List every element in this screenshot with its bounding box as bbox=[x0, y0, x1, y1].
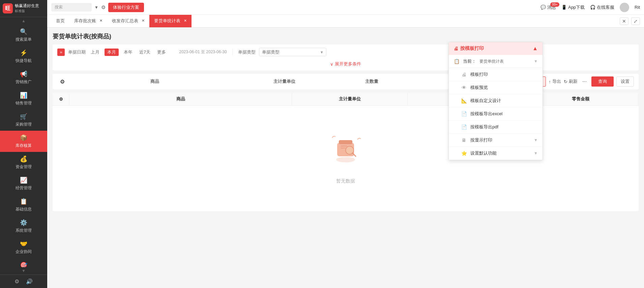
refresh-button[interactable]: ↻ 刷新 bbox=[564, 78, 578, 85]
inventory-icon: 📦 bbox=[20, 134, 27, 141]
expand-more-button[interactable]: ∨ 展开更多条件 bbox=[330, 61, 361, 67]
topbar-right: 💬 消息 99+ 📱 App下载 🎧 在线客服 Rit bbox=[540, 3, 640, 12]
print-dropdown-default-func[interactable]: ⭐ 设置默认功能 ▼ bbox=[449, 147, 543, 160]
app-download-button[interactable]: 📱 App下载 bbox=[561, 4, 585, 10]
sidebar-item-sales[interactable]: 📊 销售管理 bbox=[0, 88, 47, 109]
sidebar-sound-btn[interactable]: 🔊 bbox=[26, 278, 33, 285]
page-title: 要货单统计表(按商品) bbox=[53, 32, 639, 40]
tabs-expand-button[interactable]: ⤢ bbox=[631, 18, 640, 25]
settings-button[interactable]: 设置 bbox=[616, 76, 634, 87]
export-pdf-icon: 📄 bbox=[461, 124, 467, 130]
user-avatar[interactable] bbox=[620, 3, 629, 12]
sidebar-item-finance[interactable]: 💰 资金管理 bbox=[0, 152, 47, 173]
messages-button[interactable]: 💬 消息 99+ bbox=[540, 4, 556, 10]
sidebar-item-marketing[interactable]: 📢 营销推广 bbox=[0, 67, 47, 88]
topbar-search-placeholder: 搜索 bbox=[51, 3, 92, 11]
sidebar-item-guide[interactable]: 🎯 新手引导 bbox=[0, 258, 47, 267]
toolbar-expand-button[interactable]: » bbox=[57, 49, 65, 56]
toolbar-separator bbox=[232, 49, 233, 56]
username-label[interactable]: Rit bbox=[635, 5, 640, 10]
expand-more-icon: ∨ bbox=[330, 62, 333, 67]
type-select[interactable]: 单据类型 bbox=[259, 48, 326, 56]
sidebar-item-search[interactable]: 🔍 搜索菜单 bbox=[0, 25, 47, 46]
sidebar-item-system[interactable]: ⚙️ 系统管理 bbox=[0, 216, 47, 237]
tab-receipts-summary[interactable]: 收发存汇总表 ✕ bbox=[107, 15, 149, 27]
sidebar-menu: 🔍 搜索菜单 ⚡ 快捷导航 📢 营销推广 📊 销售管理 🛒 采购管理 📦 库存核… bbox=[0, 25, 47, 267]
print-dropdown-template-custom[interactable]: 📐 模板自定义设计 bbox=[449, 94, 543, 107]
export-icon: ↑ bbox=[549, 79, 551, 84]
online-service-button[interactable]: 🎧 在线客服 bbox=[590, 4, 614, 10]
date-btn-custom[interactable] bbox=[171, 52, 174, 53]
svg-rect-6 bbox=[341, 148, 345, 149]
type-select-wrapper: 单据类型 ▼ bbox=[259, 48, 326, 56]
print-dropdown-export-excel[interactable]: 📄 按模板导出excel bbox=[449, 107, 543, 121]
print-dropdown-export-pdf[interactable]: 📄 按模板导出pdf bbox=[449, 121, 543, 134]
guide-icon: 🎯 bbox=[20, 261, 27, 267]
quick-nav-icon: ⚡ bbox=[20, 49, 27, 57]
message-badge: 99+ bbox=[550, 2, 559, 7]
template-preview-icon: 👁 bbox=[461, 85, 467, 90]
print-dropdown-template-preview[interactable]: 👁 模板预览 bbox=[449, 81, 543, 94]
template-print-icon: 🖨 bbox=[461, 72, 467, 77]
date-btn-this-year[interactable]: 本年 bbox=[122, 49, 134, 56]
sidebar-item-purchase[interactable]: 🛒 采购管理 bbox=[0, 109, 47, 131]
svg-point-0 bbox=[336, 157, 355, 162]
trial-button[interactable]: 体验行业方案 bbox=[108, 3, 144, 12]
sidebar-item-inventory[interactable]: 📦 库存核算 bbox=[0, 131, 47, 152]
date-btn-last-month[interactable]: 上月 bbox=[89, 49, 101, 56]
date-range-display: 2023-06-01 至 2023-06-30 bbox=[179, 49, 227, 55]
logo-icon: 旺 bbox=[3, 3, 13, 13]
sidebar-item-operation[interactable]: 📈 经营管理 bbox=[0, 173, 47, 194]
action-bar: ⚙ 商品 主计量单位 主数量 零售金额 🖨 按模板打印 ▲ ↑ 导出 ↻ 刷新 bbox=[53, 74, 639, 89]
refresh-icon: ↻ bbox=[564, 79, 567, 84]
sidebar-scroll-up[interactable]: ▲ bbox=[0, 17, 47, 25]
date-btn-7days[interactable]: 近7天 bbox=[138, 49, 152, 56]
print-dropdown-header: 🖨 按模板打印 ▲ bbox=[449, 42, 543, 55]
app-logo: 旺 畅赢通好生意 标准版 bbox=[0, 0, 47, 17]
topbar-gear-icon[interactable]: ⚙ bbox=[101, 4, 106, 10]
sidebar-scroll-down[interactable]: ▼ bbox=[0, 267, 47, 275]
date-btn-more[interactable]: 更多 bbox=[155, 49, 168, 56]
topbar: 搜索 ▼ ⚙ 体验行业方案 💬 消息 99+ 📱 App下载 🎧 在线客服 Ri… bbox=[47, 0, 644, 15]
sidebar-item-collab[interactable]: 🤝 企业协同 bbox=[0, 237, 47, 258]
query-button[interactable]: 查询 bbox=[591, 76, 614, 87]
print-dropdown-display-print[interactable]: 🖥 按显示打印 ▼ bbox=[449, 134, 543, 147]
date-btn-this-month[interactable]: 本月 bbox=[105, 49, 119, 56]
page-header: 要货单统计表(按商品) bbox=[53, 32, 639, 40]
sidebar-item-quick-nav[interactable]: ⚡ 快捷导航 bbox=[0, 46, 47, 67]
sidebar-item-basic[interactable]: 📋 基础信息 bbox=[0, 194, 47, 216]
print-dropdown-current: 📋 当前： 要货单统计表 ▼ bbox=[449, 55, 543, 68]
page-content: 要货单统计表(按商品) » 单据日期 上月 本月 本年 近7天 更多 2023-… bbox=[47, 28, 644, 288]
tabs-controls: ✕ ⤢ bbox=[620, 15, 640, 27]
tab-bar: 首页 库存批次账 ✕ 收发存汇总表 ✕ 要货单统计表 ✕ ✕ ⤢ bbox=[47, 15, 644, 28]
empty-text: 暂无数据 bbox=[336, 178, 355, 184]
message-bell-icon: 💬 bbox=[540, 5, 546, 10]
col-settings[interactable]: ⚙ bbox=[53, 93, 69, 105]
topbar-dropdown-arrow[interactable]: ▼ bbox=[94, 5, 98, 10]
logo-text: 畅赢通好生意 标准版 bbox=[15, 3, 39, 13]
tab-close-order-stats[interactable]: ✕ bbox=[184, 19, 187, 23]
product-col-header: 商品 bbox=[70, 78, 239, 85]
sidebar-settings-btn[interactable]: ⚙ bbox=[14, 278, 19, 285]
more-options-button[interactable]: ··· bbox=[580, 77, 589, 86]
tab-close-batch-account[interactable]: ✕ bbox=[99, 19, 103, 23]
export-button[interactable]: ↑ 导出 bbox=[549, 78, 561, 85]
tabs-close-button[interactable]: ✕ bbox=[620, 18, 628, 25]
tab-batch-account[interactable]: 库存批次账 ✕ bbox=[69, 15, 107, 27]
tab-home[interactable]: 首页 bbox=[51, 15, 69, 27]
print-dropdown-title: 🖨 按模板打印 bbox=[453, 45, 484, 52]
col-unit: 主计量单位 bbox=[292, 93, 408, 105]
purchase-icon: 🛒 bbox=[20, 113, 27, 120]
print-dropdown-template-print[interactable]: 🖨 模板打印 bbox=[449, 68, 543, 81]
table-gear-icon[interactable]: ⚙ bbox=[60, 79, 65, 85]
default-func-icon: ⭐ bbox=[461, 151, 467, 156]
tab-close-receipts-summary[interactable]: ✕ bbox=[142, 19, 145, 23]
app-download-icon: 📱 bbox=[561, 5, 567, 10]
empty-icon bbox=[329, 133, 362, 173]
date-label: 单据日期 bbox=[68, 49, 86, 55]
main-content: 搜索 ▼ ⚙ 体验行业方案 💬 消息 99+ 📱 App下载 🎧 在线客服 Ri… bbox=[47, 0, 644, 288]
tab-order-stats[interactable]: 要货单统计表 ✕ bbox=[149, 15, 192, 27]
sidebar-footer: ⚙ 🔊 bbox=[0, 275, 47, 288]
print-dropdown-close-button[interactable]: ▲ bbox=[532, 45, 538, 52]
svg-rect-2 bbox=[339, 140, 352, 144]
